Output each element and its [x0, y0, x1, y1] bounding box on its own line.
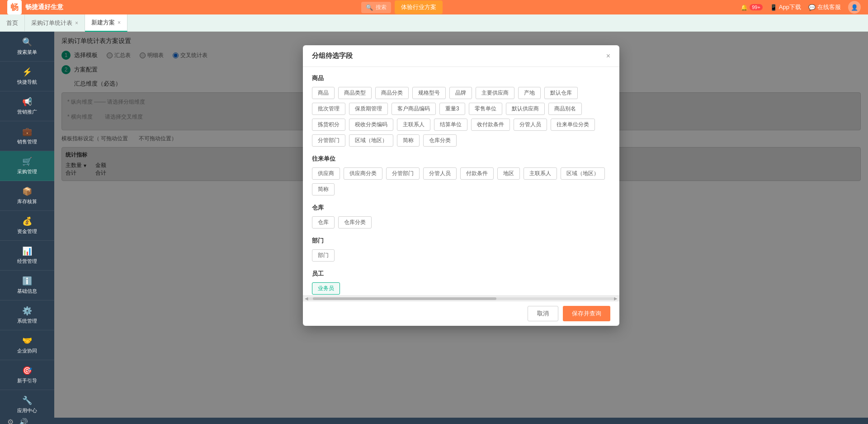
notification-area[interactable]: 🔔 99+ — [741, 4, 763, 11]
tab-home[interactable]: 首页 — [0, 14, 25, 32]
field-chip-0-4[interactable]: 品牌 — [449, 87, 472, 99]
field-chip-0-2[interactable]: 商品分类 — [375, 87, 409, 99]
sidebar-item-6[interactable]: 💰资金管理 — [0, 211, 54, 241]
audio-icon[interactable]: 🔊 — [19, 418, 28, 424]
sidebar-item-5[interactable]: 📦库存核算 — [0, 181, 54, 211]
sidebar-item-1[interactable]: ⚡快捷导航 — [0, 62, 54, 91]
hscroll-left[interactable]: ◀ — [305, 296, 308, 301]
field-chip-0-21[interactable]: 往来单位分类 — [551, 119, 595, 131]
sidebar-item-0[interactable]: 🔍搜索菜单 — [0, 32, 54, 62]
sidebar-item-2[interactable]: 📢营销推广 — [0, 91, 54, 121]
tab-purchase-close[interactable]: × — [75, 20, 78, 26]
field-chip-0-15[interactable]: 拣货积分 — [312, 119, 345, 131]
sidebar-item-4[interactable]: 🛒采购管理 — [0, 151, 54, 181]
sidebar-icon-9: ⚙️ — [22, 306, 32, 316]
sidebar-label-3: 销售管理 — [17, 138, 37, 145]
field-chip-1-2[interactable]: 分管部门 — [386, 167, 420, 180]
field-chip-1-0[interactable]: 供应商 — [312, 167, 340, 180]
tab-new-plan-close[interactable]: × — [118, 19, 121, 26]
modal-close-btn[interactable]: × — [606, 52, 610, 60]
sidebar-item-7[interactable]: 📊经营管理 — [0, 241, 54, 271]
sidebar-item-9[interactable]: ⚙️系统管理 — [0, 300, 54, 330]
user-avatar[interactable]: 👤 — [848, 1, 861, 14]
sidebar-label-12: 应用中心 — [17, 407, 37, 414]
field-chip-0-14[interactable]: 商品别名 — [548, 103, 582, 115]
notification-badge: 99+ — [750, 4, 763, 10]
sidebar-label-9: 系统管理 — [17, 318, 37, 324]
tab-purchase-stats[interactable]: 采购订单统计表 × — [25, 14, 85, 32]
app-icon: 📱 — [770, 4, 777, 11]
sidebar-label-11: 新手引导 — [17, 377, 37, 384]
sidebar-item-10[interactable]: 🤝企业协同 — [0, 330, 54, 360]
field-chip-3-0[interactable]: 部门 — [312, 249, 335, 262]
field-chip-1-4[interactable]: 付款条件 — [460, 167, 494, 180]
sidebar-item-8[interactable]: ℹ️基础信息 — [0, 271, 54, 300]
sidebar: 🔍搜索菜单⚡快捷导航📢营销推广💼销售管理🛒采购管理📦库存核算💰资金管理📊经营管理… — [0, 32, 54, 418]
sidebar-icon-4: 🛒 — [22, 157, 32, 167]
header-search-bar[interactable]: 🔍 搜索 — [361, 2, 391, 13]
tab-new-plan[interactable]: 新建方案 × — [85, 14, 127, 32]
field-chip-0-5[interactable]: 主要供应商 — [476, 87, 514, 99]
field-chip-0-13[interactable]: 默认供应商 — [506, 103, 545, 115]
field-chip-1-5[interactable]: 地区 — [497, 167, 520, 180]
field-chip-0-7[interactable]: 默认仓库 — [544, 87, 578, 99]
sidebar-icon-8: ℹ️ — [22, 276, 32, 286]
field-chips-0: 商品商品类型商品分类规格型号品牌主要供应商产地默认仓库批次管理保质期管理客户商品… — [312, 87, 610, 147]
sidebar-label-2: 营销推广 — [17, 109, 37, 115]
experience-btn[interactable]: 体验行业方案 — [395, 0, 443, 14]
field-chip-1-3[interactable]: 分管人员 — [423, 167, 457, 180]
hscroll-track — [308, 297, 614, 300]
modal-body[interactable]: 商品商品商品类型商品分类规格型号品牌主要供应商产地默认仓库批次管理保质期管理客户… — [303, 67, 619, 295]
field-chip-0-11[interactable]: 重量3 — [439, 103, 465, 115]
section-title-1: 往来单位 — [312, 155, 610, 163]
field-chip-0-18[interactable]: 结算单位 — [434, 119, 467, 131]
notification-icon: 🔔 — [741, 4, 748, 11]
field-chip-1-1[interactable]: 供应商分类 — [344, 167, 382, 180]
settings-icon[interactable]: ⚙ — [7, 418, 14, 424]
field-chip-2-1[interactable]: 仓库分类 — [338, 216, 372, 229]
field-chip-0-25[interactable]: 仓库分类 — [423, 134, 457, 147]
header-right: 🔔 99+ 📱 App下载 💬 在线客服 👤 — [741, 1, 861, 14]
field-chip-1-7[interactable]: 区域（地区） — [561, 167, 605, 180]
field-chip-2-0[interactable]: 仓库 — [312, 216, 335, 229]
sidebar-item-11[interactable]: 🎯新手引导 — [0, 360, 54, 390]
sidebar-icon-7: 📊 — [22, 246, 32, 256]
field-chip-0-3[interactable]: 规格型号 — [412, 87, 446, 99]
field-chip-0-16[interactable]: 税收分类编码 — [349, 119, 393, 131]
sidebar-label-7: 经营管理 — [17, 258, 37, 265]
field-chip-0-8[interactable]: 批次管理 — [312, 103, 345, 115]
field-chip-0-22[interactable]: 分管部门 — [312, 134, 345, 147]
modal-footer: 取消 保存并查询 — [303, 301, 619, 326]
sidebar-icon-10: 🤝 — [22, 336, 32, 346]
confirm-btn[interactable]: 保存并查询 — [563, 306, 610, 321]
modal-title: 分组待选字段 — [312, 52, 353, 60]
field-chip-0-20[interactable]: 分管人员 — [514, 119, 547, 131]
section-title-3: 部门 — [312, 237, 610, 245]
logo-symbol: 畅 — [10, 2, 19, 13]
logo-area: 畅 畅捷通好生意 — [7, 0, 63, 14]
field-chip-0-10[interactable]: 客户商品编码 — [392, 103, 436, 115]
field-chip-0-12[interactable]: 零售单位 — [469, 103, 502, 115]
cancel-btn[interactable]: 取消 — [528, 306, 558, 321]
sidebar-item-12[interactable]: 🔧应用中心 — [0, 390, 54, 418]
sidebar-item-3[interactable]: 💼销售管理 — [0, 121, 54, 151]
field-chip-0-6[interactable]: 产地 — [518, 87, 541, 99]
field-chip-0-17[interactable]: 主联系人 — [397, 119, 430, 131]
app-download[interactable]: 📱 App下载 — [770, 3, 801, 11]
field-chip-0-1[interactable]: 商品类型 — [338, 87, 372, 99]
online-service[interactable]: 💬 在线客服 — [808, 3, 841, 11]
sidebar-icon-12: 🔧 — [22, 395, 32, 405]
field-chip-1-6[interactable]: 主联系人 — [524, 167, 557, 180]
field-chip-4-0[interactable]: 业务员 — [312, 282, 340, 295]
field-chip-0-9[interactable]: 保质期管理 — [349, 103, 388, 115]
hscroll-right[interactable]: ▶ — [614, 296, 618, 301]
field-chip-0-24[interactable]: 简称 — [397, 134, 420, 147]
field-chip-0-23[interactable]: 区域（地区） — [349, 134, 393, 147]
field-chip-0-19[interactable]: 收付款条件 — [471, 119, 510, 131]
sidebar-label-8: 基础信息 — [17, 288, 37, 295]
field-chip-1-8[interactable]: 简称 — [312, 183, 335, 195]
modal-hscroll[interactable]: ◀ ▶ — [303, 295, 619, 301]
field-chip-0-0[interactable]: 商品 — [312, 87, 335, 99]
tab-home-label: 首页 — [6, 19, 18, 27]
main-content: 采购订单统计表方案设置 1 选择模板 汇总表 明细表 交叉统计表 — [54, 32, 868, 418]
